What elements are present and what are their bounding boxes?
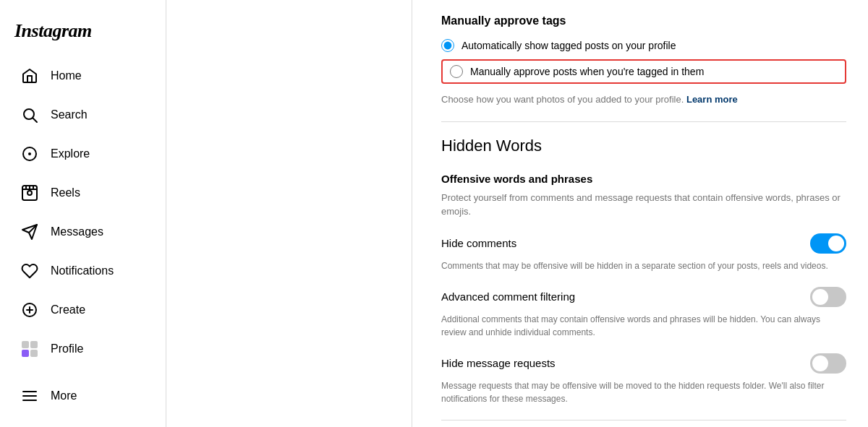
radio-manual-item[interactable]: Manually approve posts when you're tagge… (450, 65, 704, 78)
offensive-description: Protect yourself from comments and messa… (441, 191, 846, 219)
hide-message-requests-toggle[interactable] (810, 353, 846, 374)
svg-rect-15 (22, 350, 29, 357)
radio-manual-input[interactable] (450, 65, 463, 78)
radio-auto-label: Automatically show tagged posts on your … (461, 40, 676, 51)
hide-comments-toggle-row: Hide comments (441, 233, 846, 254)
svg-rect-16 (30, 350, 38, 357)
more-icon (20, 387, 39, 405)
hide-comments-label: Hide comments (441, 237, 516, 249)
sidebar-item-profile[interactable]: Profile (6, 331, 160, 367)
offensive-subsection-title: Offensive words and phrases (441, 173, 846, 185)
sidebar-item-messages[interactable]: Messages (6, 214, 160, 250)
sidebar-item-more-label: More (51, 389, 77, 402)
sidebar-item-notifications[interactable]: Notifications (6, 253, 160, 289)
manually-approve-tags-section: Manually approve tags Automatically show… (441, 14, 846, 107)
advanced-filtering-toggle-row: Advanced comment filtering (441, 287, 846, 307)
sidebar-item-profile-label: Profile (51, 342, 83, 355)
advanced-filtering-toggle[interactable] (810, 287, 846, 307)
hide-message-requests-label: Hide message requests (441, 357, 556, 369)
sidebar-item-reels[interactable]: Reels (6, 175, 160, 211)
sidebar-nav: Home Search Explore (0, 56, 166, 415)
sidebar-item-reels-label: Reels (51, 186, 80, 199)
sidebar-item-create[interactable]: Create (6, 292, 160, 328)
messages-icon (20, 223, 39, 241)
main-content: Manually approve tags Automatically show… (412, 0, 868, 427)
sidebar-item-search[interactable]: Search (6, 97, 160, 133)
sidebar-item-more[interactable]: More (6, 378, 160, 414)
hidden-words-title: Hidden Words (441, 137, 846, 155)
learn-more-link[interactable]: Learn more (686, 94, 738, 105)
divider-1 (441, 121, 846, 122)
divider-2 (441, 420, 846, 420)
hide-comments-row: Hide comments Comments that may be offen… (441, 233, 846, 272)
radio-auto-input[interactable] (441, 39, 454, 52)
hide-comments-toggle[interactable] (810, 233, 846, 254)
search-icon (20, 105, 39, 124)
middle-panel (166, 0, 412, 427)
svg-point-5 (27, 191, 32, 195)
sidebar-item-notifications-label: Notifications (51, 264, 114, 277)
advanced-filtering-label: Advanced comment filtering (441, 290, 575, 303)
sidebar-item-explore[interactable]: Explore (6, 136, 160, 172)
svg-rect-13 (22, 341, 29, 348)
reels-icon (20, 184, 39, 202)
offensive-words-subsection: Offensive words and phrases Protect your… (441, 173, 846, 219)
svg-rect-14 (30, 341, 38, 348)
radio-manual-box: Manually approve posts when you're tagge… (441, 59, 846, 84)
svg-line-1 (33, 118, 38, 123)
manually-approve-tags-title: Manually approve tags (441, 14, 846, 27)
advanced-filtering-row: Advanced comment filtering Additional co… (441, 287, 846, 339)
home-icon (20, 66, 39, 85)
radio-manual-label: Manually approve posts when you're tagge… (470, 66, 704, 77)
hint-text: Choose how you want photos of you added … (441, 92, 846, 107)
advanced-filtering-description: Additional comments that may contain off… (441, 313, 846, 339)
hide-comments-description: Comments that may be offensive will be h… (441, 259, 846, 272)
sidebar-item-search-label: Search (51, 108, 88, 121)
profile-icon (20, 340, 39, 358)
hidden-words-section: Hidden Words Offensive words and phrases… (441, 137, 846, 420)
sidebar-item-create-label: Create (51, 303, 85, 316)
hide-message-requests-toggle-row: Hide message requests (441, 353, 846, 374)
svg-point-3 (29, 153, 30, 155)
explore-icon (20, 145, 39, 163)
sidebar-item-home-label: Home (51, 69, 82, 82)
radio-auto-item[interactable]: Automatically show tagged posts on your … (441, 39, 846, 52)
notifications-icon (20, 262, 39, 280)
radio-group: Automatically show tagged posts on your … (441, 39, 846, 84)
instagram-logo: Instagram (0, 12, 166, 56)
create-icon (20, 301, 39, 319)
sidebar-item-messages-label: Messages (51, 225, 103, 238)
sidebar: Instagram Home Search (0, 0, 166, 427)
hide-message-requests-row: Hide message requests Message requests t… (441, 353, 846, 405)
sidebar-item-home[interactable]: Home (6, 58, 160, 94)
hide-message-requests-description: Message requests that may be offensive w… (441, 379, 846, 405)
sidebar-item-explore-label: Explore (51, 147, 90, 160)
